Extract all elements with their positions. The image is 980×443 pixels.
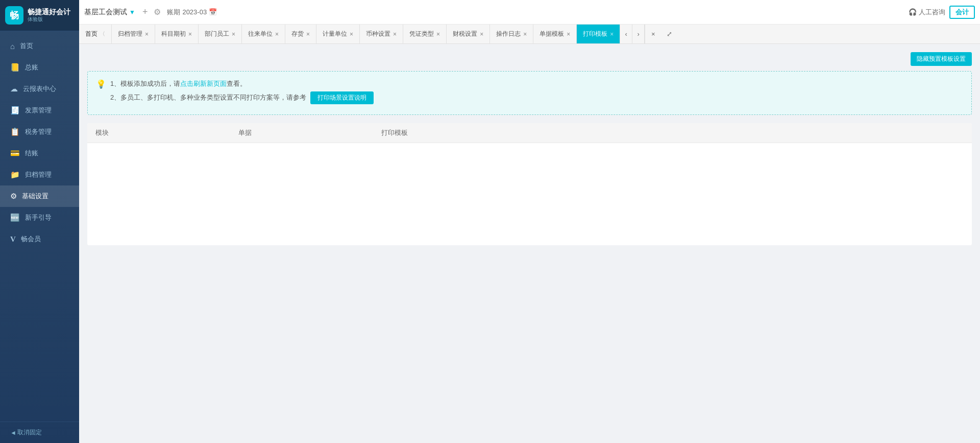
col-receipt: 单据 xyxy=(238,128,381,137)
tab-close-icon[interactable]: × xyxy=(306,31,310,38)
header: 基层工会测试 ▼ + ⚙ 账期 2023-03 📅 🎧 人工咨询 会计 xyxy=(79,0,980,25)
sidebar-footer-btn[interactable]: ◄ 取消固定 xyxy=(0,422,79,443)
sidebar-item-label: 结账 xyxy=(25,149,38,158)
sidebar-item-home[interactable]: ⌂ 首页 xyxy=(0,35,79,57)
logo-icon: 畅 xyxy=(5,6,23,25)
col-template: 打印模板 xyxy=(381,128,964,137)
tab-close-icon[interactable]: × xyxy=(232,31,235,38)
sidebar-item-checkout[interactable]: 💳 结账 xyxy=(0,143,79,164)
logo-title: 畅捷通好会计 xyxy=(28,8,70,16)
company-selector[interactable]: 基层工会测试 ▼ xyxy=(84,8,135,17)
bulb-icon: 💡 xyxy=(96,79,106,89)
tab-close-icon[interactable]: × xyxy=(145,31,149,38)
tab-close-icon[interactable]: × xyxy=(350,31,353,38)
tab-close-icon[interactable]: × xyxy=(567,31,570,38)
notice-row-1: 💡 1、模板添加成功后，请点击刷新新页面查看。 2、多员工、多打印机、多种业务类… xyxy=(96,79,963,104)
calendar-icon[interactable]: 📅 xyxy=(209,8,217,16)
tab-label: 打印模板 xyxy=(583,30,607,38)
tab-receipt[interactable]: 单据模板 × xyxy=(533,25,577,44)
tab-label: 财税设置 xyxy=(453,30,477,38)
tab-inventory[interactable]: 存货 × xyxy=(285,25,316,44)
sidebar-item-invoice[interactable]: 🧾 发票管理 xyxy=(0,100,79,121)
sidebar-item-member[interactable]: V 畅会员 xyxy=(0,228,79,250)
tab-subject[interactable]: 科目期初 × xyxy=(155,25,199,44)
period-label: 账期 xyxy=(167,8,180,17)
tab-label: 币种设置 xyxy=(366,30,390,38)
sidebar-item-ledger[interactable]: 📒 总账 xyxy=(0,57,79,78)
tab-label: 首页 xyxy=(85,30,97,38)
tab-taxsetting[interactable]: 财税设置 × xyxy=(447,25,490,44)
tab-voucher[interactable]: 凭证类型 × xyxy=(403,25,447,44)
sidebar-item-label: 归档管理 xyxy=(25,170,52,179)
tab-close-icon[interactable]: × xyxy=(275,31,279,38)
logo-sub: 体验版 xyxy=(28,16,70,23)
company-dropdown-icon: ▼ xyxy=(129,9,135,16)
basic-icon: ⚙ xyxy=(10,192,17,201)
add-tab-button[interactable]: + xyxy=(142,7,148,17)
sidebar-item-label: 总账 xyxy=(25,63,38,72)
tab-supplier[interactable]: 往来单位 × xyxy=(242,25,285,44)
period-value: 2023-03 xyxy=(182,8,207,16)
invoice-icon: 🧾 xyxy=(10,106,20,115)
sidebar-item-archive[interactable]: 📁 归档管理 xyxy=(0,164,79,185)
print-scene-btn[interactable]: 打印场景设置说明 xyxy=(310,91,374,104)
tab-department[interactable]: 部门员工 × xyxy=(199,25,242,44)
settings-icon[interactable]: ⚙ xyxy=(154,7,161,17)
refresh-link[interactable]: 点击刷新新页面 xyxy=(180,80,227,87)
home-icon: ⌂ xyxy=(10,42,15,51)
sidebar-item-label: 首页 xyxy=(20,41,33,51)
tab-close-icon[interactable]: × xyxy=(610,31,614,38)
tab-label: 计量单位 xyxy=(323,30,347,38)
tab-archive[interactable]: 归档管理 × xyxy=(112,25,155,44)
tab-close-all-button[interactable]: × xyxy=(645,25,661,44)
sidebar-item-tax[interactable]: 📋 税务管理 xyxy=(0,121,79,143)
tab-close-icon[interactable]: × xyxy=(188,31,192,38)
logo: 畅 畅捷通好会计 体验版 xyxy=(0,0,79,31)
tab-label: 科目期初 xyxy=(161,30,186,38)
tax-icon: 📋 xyxy=(10,127,20,136)
support-button[interactable]: 🎧 人工咨询 xyxy=(909,8,945,17)
sidebar-footer-label: 取消固定 xyxy=(17,428,42,437)
tab-oplog[interactable]: 操作日志 × xyxy=(490,25,533,44)
sidebar-item-label: 税务管理 xyxy=(25,127,52,136)
tab-home-arrow: 〈 xyxy=(100,30,105,38)
tab-close-icon[interactable]: × xyxy=(523,31,527,38)
tab-home[interactable]: 首页 〈 xyxy=(79,25,112,44)
ledger-icon: 📒 xyxy=(10,63,20,72)
table-header: 模块 单据 打印模板 xyxy=(87,123,972,143)
company-name: 基层工会测试 xyxy=(84,8,127,17)
kuaiji-button[interactable]: 会计 xyxy=(949,6,975,19)
sidebar-item-label: 新手引导 xyxy=(25,213,52,222)
header-right: 🎧 人工咨询 会计 xyxy=(909,6,975,19)
tab-expand-button[interactable]: ⤢ xyxy=(661,25,677,44)
hide-template-button[interactable]: 隐藏预置模板设置 xyxy=(911,52,972,66)
tab-label: 部门员工 xyxy=(205,30,229,38)
tab-close-icon[interactable]: × xyxy=(393,31,397,38)
print-template-table: 模块 单据 打印模板 xyxy=(87,123,972,245)
notice-line-1: 1、模板添加成功后，请点击刷新新页面查看。 xyxy=(110,79,374,89)
tab-unit[interactable]: 计量单位 × xyxy=(316,25,360,44)
sidebar-item-label: 基础设置 xyxy=(22,192,48,201)
sidebar-item-basic[interactable]: ⚙ 基础设置 xyxy=(0,185,79,207)
tab-next-button[interactable]: › xyxy=(632,25,645,44)
tab-currency[interactable]: 币种设置 × xyxy=(360,25,403,44)
tab-close-icon[interactable]: × xyxy=(480,31,483,38)
tab-close-icon[interactable]: × xyxy=(436,31,440,38)
checkout-icon: 💳 xyxy=(10,149,20,158)
tab-label: 归档管理 xyxy=(118,30,142,38)
notice-box: 💡 1、模板添加成功后，请点击刷新新页面查看。 2、多员工、多打印机、多种业务类… xyxy=(87,71,972,115)
tab-label: 单据模板 xyxy=(540,30,564,38)
tab-label: 往来单位 xyxy=(248,30,273,38)
tab-print[interactable]: 打印模板 × xyxy=(577,25,620,44)
reports-icon: ☁ xyxy=(10,84,18,94)
period-display: 账期 2023-03 📅 xyxy=(167,8,217,17)
sidebar-item-reports[interactable]: ☁ 云报表中心 xyxy=(0,78,79,100)
member-icon: V xyxy=(10,235,16,244)
sidebar-nav: ⌂ 首页 📒 总账 ☁ 云报表中心 🧾 发票管理 📋 税务管理 💳 结账 📁 归… xyxy=(0,31,79,422)
hide-template-btn-container: 隐藏预置模板设置 xyxy=(87,52,972,66)
tab-label: 存货 xyxy=(291,30,304,38)
pin-icon: ◄ xyxy=(10,429,16,436)
guide-icon: 🆕 xyxy=(10,213,20,222)
tab-prev-button[interactable]: ‹ xyxy=(620,25,632,44)
sidebar-item-guide[interactable]: 🆕 新手引导 xyxy=(0,207,79,228)
